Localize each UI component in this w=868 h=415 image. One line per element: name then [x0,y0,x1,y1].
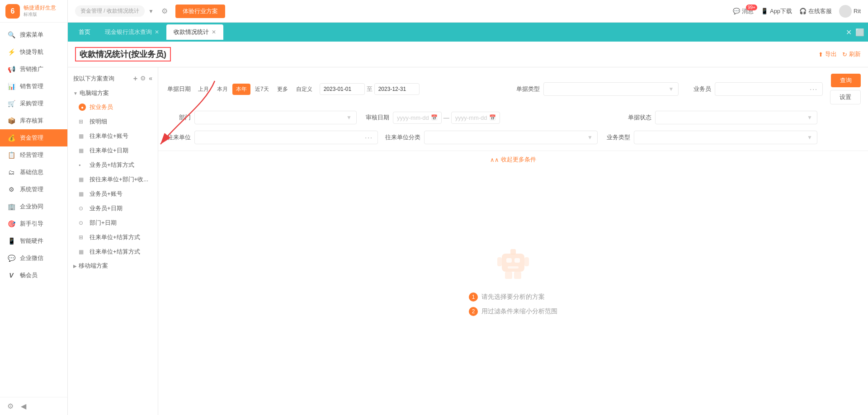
sidebar-item-inventory[interactable]: 📦 库存核算 [0,112,67,129]
purchase-icon: 🛒 [7,99,15,108]
scheme-section-desktop-title[interactable]: ▼ 电脑端方案 [68,86,158,100]
filter-business-type-item: 业务类型 ▼ [605,131,817,144]
sidebar-item-basic[interactable]: 🗂 基础信息 [0,164,67,181]
refresh-icon: ↻ [842,51,847,58]
filter-partner-category-item: 往来单位分类 ▼ [385,131,598,144]
doc-type-input[interactable]: ▼ [543,82,679,96]
smart-icon: 📱 [7,237,15,245]
scheme-item-by-salesperson[interactable]: ● 按业务员 [68,100,158,114]
tab-close-bank-flow[interactable]: ✕ [155,29,159,35]
scheme-item-partner-date[interactable]: ▦ 往来单位+日期 [68,143,158,158]
sidebar-item-search[interactable]: 🔍 搜索菜单 [0,26,67,43]
scheme-add-icon[interactable]: + [133,75,137,83]
user-profile[interactable]: Rit [839,5,861,18]
message-action[interactable]: 💬 消息 99+ [733,7,754,15]
salesperson-more-icon[interactable]: ··· [810,85,818,93]
sidebar-item-marketing[interactable]: 📢 营销推广 [0,61,67,78]
sidebar-item-wechat[interactable]: 💬 企业微信 [0,250,67,267]
date-btn-custom[interactable]: 自定义 [292,84,316,95]
filter-review-date-item: 审核日期 yyyy-mm-dd 📅 — yyyy-mm-dd 📅 [364,112,619,124]
sidebar-item-smart[interactable]: 📱 智能硬件 [0,232,67,250]
filter-row-2: 部门 ▼ 审核日期 yyyy-mm-dd 📅 [165,111,861,124]
partner-input[interactable]: ··· [194,131,378,144]
tab-home[interactable]: 首页 [71,24,98,40]
date-btn-7days[interactable]: 近7天 [251,84,273,95]
sidebar-item-sales[interactable]: 📊 销售管理 [0,78,67,95]
message-badge: 99+ [746,5,757,10]
scheme-item-dept-date[interactable]: ⊙ 部门+日期 [68,216,158,230]
filter-dept-item: 部门 ▼ [165,111,357,124]
sidebar-item-operation[interactable]: 📋 经营管理 [0,146,67,164]
header-gear-icon[interactable]: ⚙ [157,4,172,19]
scheme-item-partner-account[interactable]: ▦ 往来单位+账号 [68,129,158,143]
sidebar-item-system[interactable]: ⚙ 系统管理 [0,181,67,198]
salesperson-input[interactable]: ··· [715,82,823,96]
quick-nav-icon: ⚡ [7,48,15,56]
filter-area: 单据日期 上月 本月 本年 近7天 更多 自定义 [158,67,868,415]
salesperson-label: 业务员 [686,85,711,93]
filter-salesperson-item: 业务员 ··· [686,82,823,96]
scheme-collapse-icon[interactable]: « [149,75,152,83]
review-date-to[interactable]: yyyy-mm-dd 📅 [451,112,500,124]
dept-input[interactable]: ▼ [194,111,357,124]
sidebar: 6 畅捷通好生意 标准版 🔍 搜索菜单 ⚡ 快捷导航 📢 营销推广 📊 销售管理… [0,0,68,415]
partner-more-icon[interactable]: ··· [365,134,373,141]
filter-actions: 查询 设置 [830,74,861,104]
system-icon: ⚙ [7,185,15,193]
scheme-section-mobile-title[interactable]: ▶ 移动端方案 [68,259,158,273]
business-type-input[interactable]: ▼ [634,131,817,144]
doc-status-input[interactable]: ▼ [655,111,817,124]
scheme-item-partner-settlement1[interactable]: ⊞ 往来单位+结算方式 [68,230,158,245]
sidebar-item-vip[interactable]: V 畅会员 [0,267,67,284]
header-left: 资金管理 / 收款情况统计 ▼ ⚙ 体验行业方案 [75,4,225,19]
sidebar-item-enterprise[interactable]: 🏢 企业协同 [0,198,67,215]
sidebar-bottom: ⚙ ◀ [0,397,67,415]
date-btn-this-year[interactable]: 本年 [232,84,250,95]
date-from-input[interactable]: 2023-01-01 [320,83,365,95]
tab-bank-flow[interactable]: 现金银行流水查询 ✕ [98,24,166,40]
settings-bottom-icon[interactable]: ⚙ [7,402,14,410]
scheme-item-by-detail[interactable]: ⊞ 按明细 [68,114,158,129]
window-close-icon[interactable]: ✕ [846,28,852,37]
query-button[interactable]: 查询 [831,74,861,87]
review-date-from[interactable]: yyyy-mm-dd 📅 [393,112,442,124]
collapse-more-conditions[interactable]: ∧∧ 收起更多条件 [158,151,868,168]
partner-category-input[interactable]: ▼ [424,131,598,144]
scheme-item-partner-settlement2[interactable]: ▦ 往来单位+结算方式 [68,245,158,259]
trial-button[interactable]: 体验行业方案 [175,5,225,18]
sidebar-item-guide[interactable]: 🎯 新手引导 [0,215,67,232]
date-range: 上月 本月 本年 近7天 更多 自定义 2023-01-01 [194,83,507,95]
date-to-input[interactable]: 2023-12-31 [374,83,420,95]
window-maximize-icon[interactable]: ⬜ [855,28,864,37]
breadcrumb-chevron[interactable]: ▼ [148,8,154,14]
scheme-item-salesperson-date[interactable]: ⊙ 业务员+日期 [68,201,158,216]
tab-receipt-stats[interactable]: 收款情况统计 ✕ [166,24,223,40]
scheme-item-partner-dept-receipt[interactable]: ▦ 按往来单位+部门+收... [68,172,158,187]
hint-num-1: 1 [469,292,478,302]
setting-button[interactable]: 设置 [830,90,861,104]
scheme-item-salesperson-account[interactable]: ▦ 业务员+账号 [68,187,158,201]
scheme-item-salesperson-settlement[interactable]: ▪ 业务员+结算方式 [68,158,158,172]
export-button[interactable]: ⬆ 导出 [818,50,837,58]
svg-rect-3 [514,258,520,263]
svg-rect-5 [510,249,516,255]
online-service-action[interactable]: 🎧 在线客服 [799,7,832,15]
basic-icon: 🗂 [7,168,15,176]
scheme-panel: 按以下方案查询 + ⚙ « ▼ 电脑端方案 ● 按业务员 [68,67,158,415]
collapse-sidebar-icon[interactable]: ◀ [21,402,26,410]
review-date-label: 审核日期 [364,113,389,122]
date-btn-more[interactable]: 更多 [274,84,292,95]
sidebar-nav: 🔍 搜索菜单 ⚡ 快捷导航 📢 营销推广 📊 销售管理 🛒 采购管理 📦 库存核… [0,23,67,397]
scheme-setting-icon[interactable]: ⚙ [140,75,146,83]
sidebar-item-purchase[interactable]: 🛒 采购管理 [0,95,67,112]
empty-hints: 1 请先选择要分析的方案 2 用过滤条件来缩小分析范围 [469,292,557,316]
tab-close-receipt-stats[interactable]: ✕ [212,29,216,35]
tab-bar: 首页 现金银行流水查询 ✕ 收款情况统计 ✕ ✕ ⬜ [68,23,868,42]
date-btn-this-month[interactable]: 本月 [213,84,231,95]
date-btn-last-month[interactable]: 上月 [194,84,212,95]
sidebar-item-capital[interactable]: 💰 资金管理 [0,129,67,146]
sidebar-item-quick-nav[interactable]: ⚡ 快捷导航 [0,43,67,61]
app-logo: 6 畅捷通好生意 标准版 [0,0,67,23]
refresh-button[interactable]: ↻ 刷新 [842,50,861,58]
app-download-action[interactable]: 📱 App下载 [761,7,792,15]
